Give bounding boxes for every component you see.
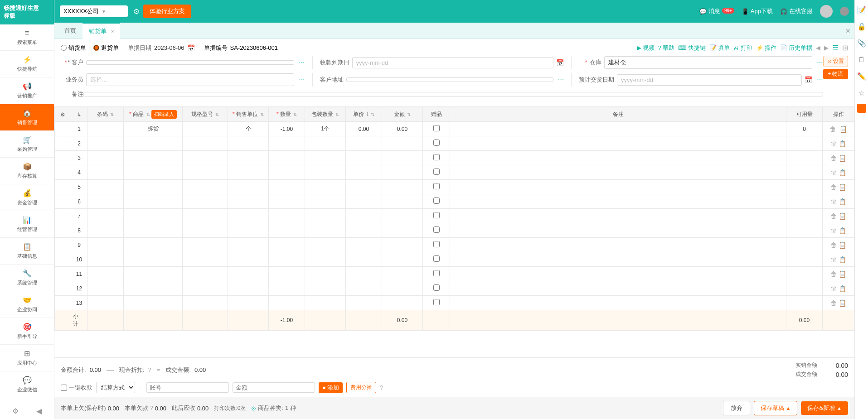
one-click-pay-input[interactable]	[61, 385, 67, 391]
gift-checkbox[interactable]	[433, 255, 440, 262]
copy-icon[interactable]: 📋	[839, 227, 846, 234]
product-count-icon[interactable]: ⊙	[251, 405, 256, 412]
gift-checkbox[interactable]	[433, 241, 440, 247]
print-link[interactable]: 🖨 打印	[733, 44, 752, 52]
tab-sales-order[interactable]: 销货单 ×	[82, 23, 120, 39]
help-link[interactable]: ? 帮助	[658, 44, 674, 52]
row-pkg-qty-1[interactable]: 1个	[305, 122, 346, 136]
sidebar-item-newbie[interactable]: 🎯 新手引导	[0, 318, 54, 345]
view-list-icon[interactable]: ☰	[832, 43, 839, 52]
delete-icon[interactable]: 🗑	[830, 183, 837, 191]
sidebar-item-marketing[interactable]: 📢 营销推广	[0, 77, 54, 104]
sale-radio[interactable]	[61, 45, 67, 51]
shortcut-link[interactable]: ⌨ 快捷键	[678, 44, 706, 52]
bank-account-input[interactable]	[146, 382, 229, 393]
copy-icon-1[interactable]: 📋	[839, 125, 847, 133]
rp-attach-icon[interactable]: 📎	[855, 37, 868, 49]
save-new-button[interactable]: 保存&新增 ▲	[801, 401, 848, 415]
nav-next-icon[interactable]: ▶	[824, 44, 829, 51]
th-settings[interactable]: ⚙	[55, 107, 71, 122]
delete-icon[interactable]: 🗑	[830, 241, 837, 249]
rp-orange-icon[interactable]	[857, 104, 866, 113]
delete-icon[interactable]: 🗑	[830, 154, 837, 162]
gift-checkbox[interactable]	[433, 183, 440, 189]
sidebar-item-member[interactable]: V 畅会员	[0, 398, 54, 403]
delete-icon[interactable]: 🗑	[830, 256, 837, 263]
copy-icon[interactable]: 📋	[839, 299, 846, 307]
calendar-icon[interactable]: 📅	[187, 44, 195, 52]
return-radio[interactable]	[93, 45, 99, 51]
customer-addr-dots-icon[interactable]: ···	[558, 76, 564, 83]
expected-cal-icon[interactable]: 📅	[805, 76, 812, 83]
copy-icon[interactable]: 📋	[839, 212, 846, 220]
abandon-button[interactable]: 放弃	[723, 401, 750, 415]
tab-close-icon[interactable]: ×	[111, 29, 114, 34]
gift-checkbox[interactable]	[433, 270, 440, 276]
gift-checkbox[interactable]	[433, 197, 440, 204]
sidebar-item-sales[interactable]: 🏠 销售管理	[0, 104, 54, 131]
sidebar-item-quick-nav[interactable]: ⚡ 快捷导航	[0, 51, 54, 77]
row-barcode-1[interactable]	[87, 122, 124, 136]
sidebar-item-basic[interactable]: 📋 基础信息	[0, 238, 54, 265]
gift-checkbox[interactable]	[433, 212, 440, 218]
gift-checkbox[interactable]	[433, 140, 440, 146]
price-info-icon[interactable]: ℹ	[367, 111, 369, 117]
gift-checkbox[interactable]	[433, 284, 440, 291]
settlement-select[interactable]: 结算方式	[96, 382, 135, 393]
fenyong-button[interactable]: 费用分摊	[346, 382, 376, 393]
delete-icon[interactable]: 🗑	[830, 285, 837, 292]
user-avatar[interactable]	[820, 5, 833, 18]
salesperson-input[interactable]: 选择...	[86, 73, 294, 86]
copy-icon[interactable]: 📋	[839, 285, 846, 292]
view-grid-icon[interactable]: ⊞	[842, 43, 848, 52]
delete-icon[interactable]: 🗑	[830, 227, 837, 234]
delete-icon[interactable]: 🗑	[830, 198, 837, 205]
company-selector[interactable]: XXXXXX公司 ▼	[60, 5, 128, 17]
nav-prev-icon[interactable]: ◀	[816, 44, 820, 51]
row-qty-1[interactable]: -1.00	[269, 122, 305, 136]
row-gift-1[interactable]	[423, 122, 450, 136]
receivable-cal-icon[interactable]: 📅	[556, 59, 564, 66]
copy-icon[interactable]: 📋	[839, 140, 846, 147]
template-link[interactable]: 📝 填单	[709, 44, 730, 52]
sidebar-item-collab[interactable]: 🤝 企业协同	[0, 291, 54, 318]
delete-icon[interactable]: 🗑	[830, 299, 837, 307]
tab-home[interactable]: 首页	[58, 23, 82, 39]
copy-icon[interactable]: 📋	[839, 198, 846, 205]
delete-icon[interactable]: 🗑	[830, 169, 837, 176]
return-radio-label[interactable]: 退货单	[93, 44, 119, 52]
save-draft-button[interactable]: 保存草稿 ▲	[754, 401, 798, 415]
sale-radio-label[interactable]: 销货单	[61, 44, 86, 52]
rp-edit-icon[interactable]: 📝	[855, 4, 868, 16]
row-memo-1[interactable]	[450, 122, 786, 136]
gift-checkbox[interactable]	[433, 169, 440, 175]
rp-star-icon[interactable]: ☆	[857, 87, 867, 99]
video-link[interactable]: ▶ 视频	[637, 44, 655, 52]
gift-checkbox[interactable]	[433, 226, 440, 233]
warehouse-input[interactable]: 建材仓	[604, 56, 812, 69]
sidebar-item-inventory[interactable]: 📦 库存核算	[0, 158, 54, 184]
customer-dots-icon[interactable]: ···	[299, 59, 305, 66]
gift-checkbox-1[interactable]	[433, 125, 440, 131]
copy-icon[interactable]: 📋	[839, 169, 846, 176]
gift-checkbox[interactable]	[433, 154, 440, 160]
message-item[interactable]: 💬 消息 99+	[699, 7, 734, 15]
customer-input[interactable]	[86, 60, 294, 65]
topbar-gear-icon[interactable]: ⚙	[133, 7, 140, 16]
customer-addr-input[interactable]	[346, 77, 553, 82]
scan-button[interactable]: 扫码录入	[151, 110, 177, 119]
owe-help-icon[interactable]: ?	[150, 405, 153, 411]
collapse-icon[interactable]: ◀	[36, 407, 42, 415]
add-payment-button[interactable]: ● 添加	[319, 382, 343, 393]
online-support-item[interactable]: 🎧 在线客服	[780, 7, 813, 15]
copy-icon[interactable]: 📋	[839, 256, 846, 263]
note-input[interactable]	[83, 92, 823, 96]
amount-input[interactable]	[233, 382, 315, 393]
sidebar-item-search[interactable]: ≡ 搜索菜单	[0, 24, 54, 51]
delete-icon[interactable]: 🗑	[830, 212, 837, 220]
operation-link[interactable]: ⚡ 操作	[756, 44, 776, 52]
row-price-1[interactable]: 0.00	[346, 122, 382, 136]
gift-checkbox[interactable]	[433, 299, 440, 305]
sidebar-item-purchase[interactable]: 🛒 采购管理	[0, 131, 54, 158]
delete-icon-1[interactable]: 🗑	[829, 125, 836, 133]
